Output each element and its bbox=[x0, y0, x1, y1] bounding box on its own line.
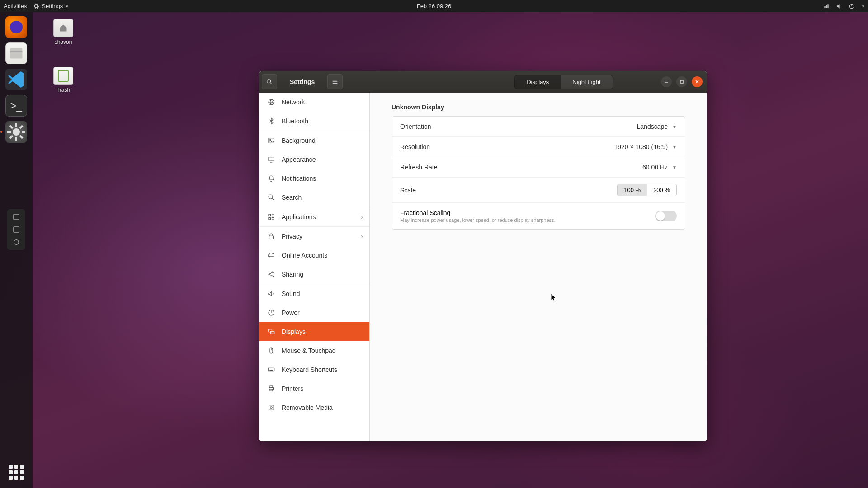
show-applications[interactable] bbox=[4, 460, 28, 484]
svg-line-19 bbox=[270, 83, 272, 84]
sidebar-item-sharing[interactable]: Sharing bbox=[259, 265, 369, 284]
firefox-icon bbox=[5, 16, 27, 38]
svg-point-39 bbox=[269, 274, 270, 275]
sidebar-item-bluetooth[interactable]: Bluetooth bbox=[259, 112, 369, 131]
svg-rect-34 bbox=[269, 214, 271, 216]
svg-point-18 bbox=[267, 80, 271, 83]
terminal-icon: >_ bbox=[6, 95, 27, 116]
picture-icon bbox=[267, 136, 275, 145]
sidebar-item-notifications[interactable]: Notifications bbox=[259, 169, 369, 188]
svg-point-17 bbox=[14, 240, 19, 245]
sidebar-item-label: Mouse & Touchpad bbox=[282, 347, 336, 354]
svg-point-32 bbox=[269, 195, 273, 199]
dock-vscode[interactable] bbox=[4, 67, 28, 92]
files-icon bbox=[6, 43, 27, 64]
chevron-down-icon: ▾ bbox=[66, 4, 68, 9]
svg-rect-38 bbox=[269, 236, 274, 239]
svg-rect-37 bbox=[272, 218, 274, 220]
row-label: Scale bbox=[400, 187, 416, 194]
sidebar-item-removable-media[interactable]: Removable Media bbox=[259, 398, 369, 417]
resolution-row[interactable]: Resolution 868 × 488 (16:9)▼ bbox=[392, 137, 685, 157]
svg-point-41 bbox=[272, 276, 274, 277]
svg-line-12 bbox=[20, 136, 23, 138]
minimize-button[interactable] bbox=[661, 76, 672, 87]
sidebar-item-network[interactable]: Network bbox=[259, 93, 369, 112]
scale-200-button[interactable]: 200 % bbox=[647, 184, 676, 196]
sidebar-item-label: Removable Media bbox=[282, 404, 333, 411]
orientation-row[interactable]: Orientation Landscape▼ bbox=[392, 117, 685, 137]
fractional-scaling-row: Fractional Scaling May increase power us… bbox=[392, 203, 685, 229]
settings-sidebar: NetworkBluetoothBackgroundAppearanceNoti… bbox=[259, 93, 370, 441]
close-button[interactable] bbox=[692, 76, 703, 87]
sidebar-item-keyboard-shortcuts[interactable]: Keyboard Shortcuts bbox=[259, 360, 369, 379]
keyboard-icon bbox=[267, 366, 275, 374]
display-name-heading: Unknown Display bbox=[392, 103, 685, 111]
sidebar-item-label: Bluetooth bbox=[282, 117, 308, 125]
settings-window: Settings Displays Night Light NetworkBlu… bbox=[259, 71, 707, 441]
dock-tray[interactable] bbox=[7, 209, 25, 250]
activities-button[interactable]: Activities bbox=[4, 3, 27, 9]
maximize-icon bbox=[679, 80, 684, 84]
search-button[interactable] bbox=[262, 74, 277, 89]
sidebar-item-sound[interactable]: Sound bbox=[259, 284, 369, 303]
search-icon bbox=[267, 193, 275, 202]
dock-terminal[interactable]: >_ bbox=[4, 94, 28, 118]
desktop-home-folder[interactable]: shovon bbox=[45, 19, 81, 45]
tab-night-light[interactable]: Night Light bbox=[561, 75, 612, 89]
chevron-right-icon: › bbox=[361, 213, 363, 221]
sidebar-item-power[interactable]: Power bbox=[259, 303, 369, 322]
power-icon bbox=[267, 309, 275, 317]
tray-icon[interactable] bbox=[12, 213, 20, 221]
tray-icon[interactable] bbox=[12, 238, 20, 246]
refresh-rate-row[interactable]: Refresh Rate 60.00 Hz▼ bbox=[392, 157, 685, 178]
desktop-trash[interactable]: Trash bbox=[45, 67, 81, 93]
sidebar-item-label: Displays bbox=[282, 328, 306, 335]
system-tray[interactable]: ▾ bbox=[823, 3, 864, 9]
hamburger-button[interactable] bbox=[327, 74, 343, 89]
svg-line-42 bbox=[270, 272, 272, 274]
sidebar-item-printers[interactable]: Printers bbox=[259, 379, 369, 398]
tab-displays[interactable]: Displays bbox=[515, 75, 561, 89]
header-tabs: Displays Night Light bbox=[514, 75, 613, 89]
desktop-icon-label: shovon bbox=[55, 39, 72, 45]
svg-rect-30 bbox=[269, 157, 274, 161]
svg-rect-28 bbox=[269, 138, 274, 143]
sidebar-item-label: Keyboard Shortcuts bbox=[282, 366, 337, 373]
dock-firefox[interactable] bbox=[4, 15, 28, 39]
bluetooth-icon bbox=[267, 117, 275, 125]
sidebar-item-privacy[interactable]: Privacy› bbox=[259, 226, 369, 246]
maximize-button[interactable] bbox=[676, 76, 687, 87]
tray-icon[interactable] bbox=[12, 225, 20, 234]
sidebar-item-displays[interactable]: Displays bbox=[259, 322, 369, 341]
sidebar-item-background[interactable]: Background bbox=[259, 131, 369, 150]
app-menu[interactable]: Settings ▾ bbox=[33, 3, 68, 9]
svg-rect-55 bbox=[269, 405, 274, 410]
sidebar-item-applications[interactable]: Applications› bbox=[259, 207, 369, 226]
dock-files[interactable] bbox=[4, 41, 28, 66]
sidebar-item-search[interactable]: Search bbox=[259, 188, 369, 207]
svg-rect-36 bbox=[269, 218, 271, 220]
sidebar-item-label: Power bbox=[282, 309, 300, 316]
dock-settings[interactable] bbox=[4, 120, 28, 144]
sidebar-item-label: Appearance bbox=[282, 156, 316, 163]
gear-icon bbox=[33, 3, 39, 9]
settings-content: Unknown Display Orientation Landscape▼ R… bbox=[370, 93, 707, 441]
svg-rect-4 bbox=[10, 51, 23, 52]
svg-point-40 bbox=[272, 272, 274, 273]
row-value: 868 × 488 (16:9) bbox=[614, 143, 668, 150]
sidebar-item-mouse-touchpad[interactable]: Mouse & Touchpad bbox=[259, 341, 369, 360]
clock[interactable]: Feb 26 09:26 bbox=[417, 3, 452, 9]
chevron-down-icon: ▼ bbox=[672, 165, 677, 170]
apps-grid-icon bbox=[9, 465, 24, 480]
fractional-scaling-toggle[interactable] bbox=[655, 211, 677, 221]
sidebar-item-online-accounts[interactable]: Online Accounts bbox=[259, 246, 369, 265]
sidebar-item-label: Network bbox=[282, 99, 305, 106]
row-label: Orientation bbox=[400, 123, 431, 130]
scale-100-button[interactable]: 100 % bbox=[618, 184, 647, 196]
svg-rect-15 bbox=[14, 214, 19, 220]
row-value: Landscape bbox=[637, 123, 668, 130]
titlebar[interactable]: Settings Displays Night Light bbox=[259, 71, 707, 93]
sidebar-item-appearance[interactable]: Appearance bbox=[259, 150, 369, 169]
row-sublabel: May increase power usage, lower speed, o… bbox=[400, 217, 556, 223]
vscode-icon bbox=[5, 69, 27, 90]
